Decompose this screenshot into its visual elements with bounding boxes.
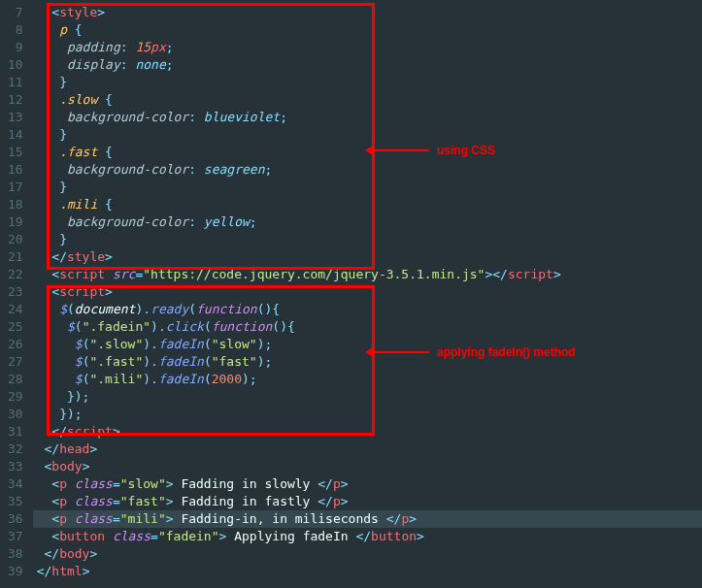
code-line: .mili { bbox=[33, 196, 702, 213]
code-line: <p class="mili"> Fadding-in, in miliseco… bbox=[33, 510, 702, 528]
annotation-label: using CSS bbox=[437, 144, 495, 157]
code-line: background-color: yellow; bbox=[33, 213, 702, 231]
line-number: 38 bbox=[8, 545, 23, 563]
code-line: <p class="slow"> Fadding in slowly </p> bbox=[33, 475, 702, 493]
line-number: 36 bbox=[8, 510, 23, 528]
code-line: }); bbox=[33, 388, 702, 406]
line-number: 13 bbox=[8, 109, 23, 126]
line-number: 19 bbox=[8, 213, 23, 231]
line-number: 23 bbox=[8, 283, 23, 301]
code-line: } bbox=[33, 179, 702, 196]
line-gutter: 7 8 9 10 11 12 13 14 15 16 17 18 19 20 2… bbox=[0, 0, 33, 584]
code-line: } bbox=[33, 126, 702, 144]
code-line: $(".fadein").click(function(){ bbox=[33, 318, 702, 336]
line-number: 37 bbox=[8, 528, 23, 545]
line-number: 34 bbox=[8, 475, 23, 493]
code-line: <p class="fast"> Fadding in fastly </p> bbox=[33, 493, 702, 510]
line-number: 35 bbox=[8, 493, 23, 510]
line-number: 9 bbox=[8, 39, 23, 56]
code-line: $(document).ready(function(){ bbox=[33, 301, 702, 318]
code-line: p { bbox=[33, 21, 702, 39]
line-number: 8 bbox=[8, 21, 23, 39]
line-number: 29 bbox=[8, 388, 23, 406]
annotation-label: applying fadeIn() method bbox=[437, 345, 576, 359]
line-number: 21 bbox=[8, 248, 23, 266]
line-number: 7 bbox=[8, 4, 23, 21]
code-line: <script> bbox=[33, 283, 702, 301]
code-line: </style> bbox=[33, 248, 702, 266]
line-number: 12 bbox=[8, 91, 23, 109]
annotation-arrow-css: using CSS bbox=[371, 144, 495, 157]
code-line: $(".mili").fadeIn(2000); bbox=[33, 371, 702, 388]
code-line: </script> bbox=[33, 423, 702, 441]
code-line: </html> bbox=[33, 563, 702, 580]
code-line: } bbox=[33, 74, 702, 91]
line-number: 16 bbox=[8, 161, 23, 179]
code-area[interactable]: <style> p { padding: 15px; display: none… bbox=[33, 0, 702, 584]
line-number: 25 bbox=[8, 318, 23, 336]
line-number: 22 bbox=[8, 266, 23, 283]
code-line: <button class="fadein"> Applying fadeIn … bbox=[33, 528, 702, 545]
arrow-icon bbox=[371, 149, 429, 151]
code-line: display: none; bbox=[33, 56, 702, 74]
code-line: } bbox=[33, 231, 702, 248]
annotation-arrow-fadein: applying fadeIn() method bbox=[371, 345, 576, 359]
line-number: 26 bbox=[8, 336, 23, 353]
line-number: 10 bbox=[8, 56, 23, 74]
code-line: </head> bbox=[33, 441, 702, 458]
line-number: 20 bbox=[8, 231, 23, 248]
line-number: 15 bbox=[8, 144, 23, 161]
line-number: 31 bbox=[8, 423, 23, 441]
code-line: </body> bbox=[33, 545, 702, 563]
line-number: 24 bbox=[8, 301, 23, 318]
code-line: }); bbox=[33, 406, 702, 423]
line-number: 18 bbox=[8, 196, 23, 213]
line-number: 27 bbox=[8, 353, 23, 371]
code-line: <script src="https://code.jquery.com/jqu… bbox=[33, 266, 702, 283]
code-line: background-color: seagreen; bbox=[33, 161, 702, 179]
arrow-icon bbox=[371, 351, 429, 353]
code-line: .slow { bbox=[33, 91, 702, 109]
line-number: 33 bbox=[8, 458, 23, 475]
line-number: 32 bbox=[8, 441, 23, 458]
code-line: <style> bbox=[33, 4, 702, 21]
line-number: 11 bbox=[8, 74, 23, 91]
code-line: background-color: blueviolet; bbox=[33, 109, 702, 126]
line-number: 14 bbox=[8, 126, 23, 144]
line-number: 30 bbox=[8, 406, 23, 423]
line-number: 39 bbox=[8, 563, 23, 580]
line-number: 17 bbox=[8, 179, 23, 196]
code-editor: 7 8 9 10 11 12 13 14 15 16 17 18 19 20 2… bbox=[0, 0, 702, 584]
code-line: padding: 15px; bbox=[33, 39, 702, 56]
code-line: <body> bbox=[33, 458, 702, 475]
line-number: 28 bbox=[8, 371, 23, 388]
